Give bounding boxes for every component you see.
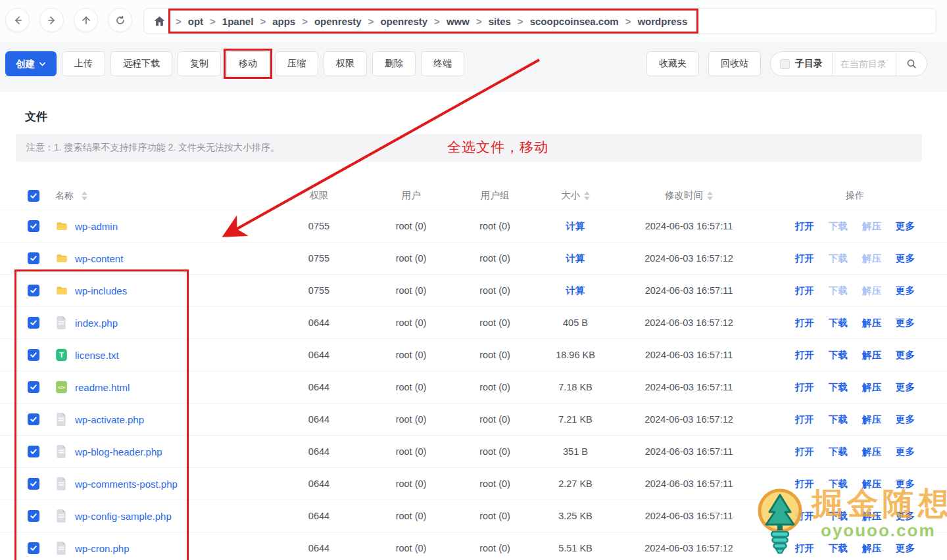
action-打开[interactable]: 打开 [795, 252, 814, 265]
action-解压[interactable]: 解压 [862, 349, 881, 362]
action-解压[interactable]: 解压 [862, 446, 881, 458]
action-解压[interactable]: 解压 [862, 413, 881, 426]
row-checkbox[interactable] [28, 252, 39, 264]
action-更多[interactable]: 更多 [896, 381, 915, 394]
action-下载[interactable]: 下载 [829, 478, 848, 490]
calculate-size-link[interactable]: 计算 [566, 253, 585, 264]
row-checkbox[interactable] [28, 446, 39, 457]
toolbar-button-终端[interactable]: 终端 [421, 51, 464, 76]
toolbar-button-压缩[interactable]: 压缩 [275, 51, 318, 76]
action-下载[interactable]: 下载 [829, 510, 848, 523]
action-更多[interactable]: 更多 [896, 317, 915, 329]
toolbar-button-删除[interactable]: 删除 [372, 51, 416, 76]
file-name-link[interactable]: index.php [75, 317, 118, 329]
breadcrumb-item[interactable]: opt [188, 16, 203, 27]
action-下载[interactable]: 下载 [829, 252, 848, 265]
row-checkbox[interactable] [28, 413, 39, 425]
breadcrumb-item[interactable]: wordpress [637, 16, 687, 27]
action-打开[interactable]: 打开 [795, 349, 814, 362]
file-name-link[interactable]: wp-config-sample.php [75, 511, 172, 522]
action-下载[interactable]: 下载 [829, 285, 848, 297]
action-打开[interactable]: 打开 [795, 317, 814, 329]
action-解压[interactable]: 解压 [862, 478, 881, 490]
action-打开[interactable]: 打开 [795, 446, 814, 458]
toolbar-button-权限[interactable]: 权限 [324, 51, 367, 76]
sort-mtime-icon[interactable] [707, 191, 713, 200]
action-解压[interactable]: 解压 [862, 220, 881, 233]
subdirectory-toggle[interactable]: 子目录 [771, 52, 832, 76]
row-checkbox[interactable] [28, 381, 39, 393]
forward-button[interactable] [39, 8, 64, 32]
breadcrumb-item[interactable]: openresty [314, 16, 362, 27]
action-下载[interactable]: 下载 [829, 542, 848, 555]
breadcrumb-item[interactable]: apps [272, 16, 295, 27]
action-解压[interactable]: 解压 [862, 317, 881, 329]
file-name-link[interactable]: wp-includes [75, 285, 127, 296]
calculate-size-link[interactable]: 计算 [566, 285, 585, 296]
row-checkbox[interactable] [28, 317, 39, 329]
breadcrumb-item[interactable]: 1panel [222, 16, 254, 27]
calculate-size-link[interactable]: 计算 [566, 221, 585, 231]
favorites-button[interactable]: 收藏夹 [646, 51, 699, 76]
action-解压[interactable]: 解压 [862, 381, 881, 394]
subdirectory-checkbox[interactable] [780, 59, 790, 69]
action-下载[interactable]: 下载 [829, 381, 848, 394]
row-checkbox[interactable] [28, 220, 39, 232]
sort-size-icon[interactable] [584, 191, 590, 200]
toolbar-button-远程下载[interactable]: 远程下载 [110, 51, 172, 76]
file-name-link[interactable]: license.txt [75, 350, 119, 361]
action-打开[interactable]: 打开 [795, 285, 814, 297]
row-checkbox[interactable] [28, 510, 39, 522]
file-name-link[interactable]: wp-activate.php [75, 414, 144, 425]
action-更多[interactable]: 更多 [896, 413, 915, 426]
recycle-bin-button[interactable]: 回收站 [708, 51, 761, 76]
breadcrumb-item[interactable]: www [447, 16, 470, 27]
action-更多[interactable]: 更多 [896, 510, 915, 523]
row-checkbox[interactable] [28, 478, 39, 490]
action-更多[interactable]: 更多 [896, 542, 915, 555]
action-下载[interactable]: 下载 [829, 317, 848, 329]
file-name-link[interactable]: wp-blog-header.php [75, 446, 162, 457]
toolbar-button-移动[interactable]: 移动 [226, 51, 270, 76]
sort-name-icon[interactable] [82, 191, 87, 200]
action-下载[interactable]: 下载 [829, 446, 848, 458]
file-name-link[interactable]: wp-content [75, 253, 123, 264]
action-下载[interactable]: 下载 [829, 413, 848, 426]
action-打开[interactable]: 打开 [795, 542, 814, 555]
refresh-button[interactable] [108, 8, 132, 32]
action-打开[interactable]: 打开 [795, 413, 814, 426]
action-下载[interactable]: 下载 [829, 220, 848, 233]
breadcrumb-item[interactable]: scoopcoinsea.com [530, 16, 619, 27]
action-解压[interactable]: 解压 [862, 510, 881, 523]
breadcrumb-item[interactable]: sites [489, 16, 511, 27]
select-all-checkbox[interactable] [28, 190, 39, 202]
action-打开[interactable]: 打开 [795, 220, 814, 233]
action-更多[interactable]: 更多 [896, 285, 915, 297]
file-name-link[interactable]: wp-comments-post.php [75, 478, 178, 490]
create-button[interactable]: 创建 [5, 51, 57, 76]
action-更多[interactable]: 更多 [896, 478, 915, 490]
action-打开[interactable]: 打开 [795, 381, 814, 394]
toolbar-button-上传[interactable]: 上传 [62, 51, 105, 76]
search-input[interactable] [833, 58, 896, 69]
breadcrumb-item[interactable]: openresty [380, 16, 427, 27]
action-更多[interactable]: 更多 [896, 349, 915, 362]
action-解压[interactable]: 解压 [862, 542, 881, 555]
file-name-link[interactable]: wp-cron.php [75, 543, 130, 554]
action-打开[interactable]: 打开 [795, 478, 814, 490]
row-checkbox[interactable] [28, 285, 39, 296]
action-更多[interactable]: 更多 [896, 252, 915, 265]
toolbar-button-复制[interactable]: 复制 [178, 51, 221, 76]
up-button[interactable] [74, 8, 98, 32]
search-button[interactable] [896, 52, 927, 76]
action-更多[interactable]: 更多 [896, 446, 915, 458]
action-解压[interactable]: 解压 [862, 285, 881, 297]
action-打开[interactable]: 打开 [795, 510, 814, 523]
row-checkbox[interactable] [28, 542, 39, 554]
home-icon[interactable] [153, 15, 166, 28]
back-button[interactable] [5, 8, 30, 32]
action-更多[interactable]: 更多 [896, 220, 915, 233]
row-checkbox[interactable] [28, 349, 39, 361]
file-name-link[interactable]: readme.html [75, 382, 130, 393]
file-name-link[interactable]: wp-admin [75, 221, 118, 232]
